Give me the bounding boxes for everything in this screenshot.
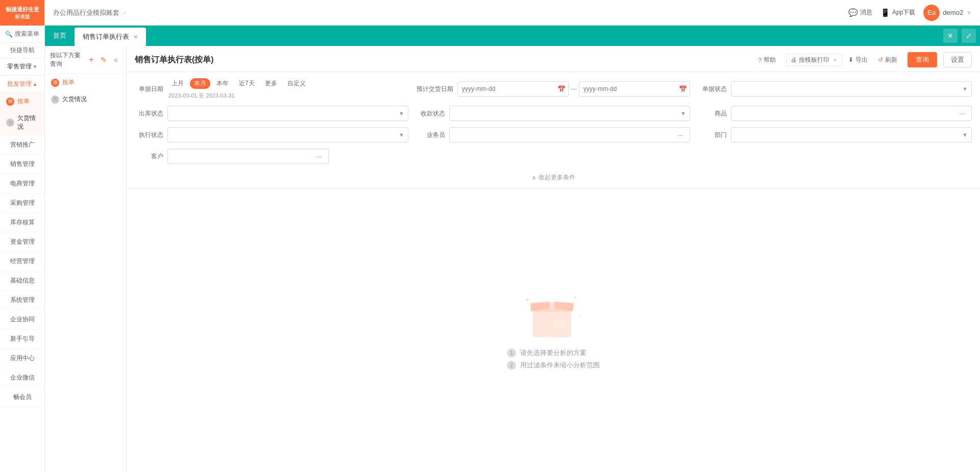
username: demo2: [943, 9, 963, 16]
anpiao-label: 按单: [17, 97, 30, 106]
member-label: 畅会员: [13, 393, 32, 402]
anpiao-dot: 按: [6, 98, 14, 106]
sidebar-item-enterprise[interactable]: 企业协同: [0, 310, 44, 329]
forecast-date-start[interactable]: [457, 81, 569, 97]
collapse-panel-btn[interactable]: «: [111, 55, 121, 65]
refresh-label: 刷新: [885, 56, 897, 64]
collapse-row: ∧ 收起更多条件: [135, 170, 972, 182]
sidebar-item-system[interactable]: 系统管理: [0, 291, 44, 310]
tab-close-btn[interactable]: ✕: [133, 34, 138, 40]
sidebar-item-member[interactable]: 畅会员: [0, 388, 44, 407]
goods-input-wrapper: ···: [731, 106, 972, 121]
sidebar-item-wechat[interactable]: 企业微信: [0, 368, 44, 388]
tab-fullscreen-btn[interactable]: ⤢: [962, 29, 976, 43]
salesperson-input[interactable]: [454, 131, 675, 138]
collapse-btn[interactable]: ∧ 收起更多条件: [532, 173, 575, 182]
salesperson-more-btn[interactable]: ···: [675, 131, 685, 139]
tab-sales-execution[interactable]: 销售订单执行表 ✕: [75, 28, 146, 46]
topbar-left: 办公用品行业模拟账套 ›: [53, 8, 126, 17]
left-panel-actions: + ✎ «: [86, 55, 121, 65]
sidebar-item-ecommerce[interactable]: 电商管理: [0, 174, 44, 194]
right-panel: 销售订单执行表(按单) ? 帮助 🖨 按模板打印 ▼ ⬇ 导出: [127, 46, 980, 472]
exec-status-select-wrapper: ▼: [167, 127, 408, 143]
newbie-label: 新手引导: [10, 335, 35, 343]
scheme-qufa[interactable]: 欠 欠货情况: [45, 91, 126, 108]
hint-text-1: 请先选择要分析的方案: [520, 348, 586, 358]
help-btn[interactable]: ? 帮助: [754, 54, 780, 66]
search-btn[interactable]: 查询: [908, 52, 937, 67]
sidebar-item-marketing[interactable]: 营销推广: [0, 135, 44, 155]
industry-name: 办公用品行业模拟账套: [53, 8, 119, 17]
sidebar-item-sales[interactable]: 销售管理: [0, 155, 44, 174]
print-btn[interactable]: 🖨 按模板打印 ▼: [786, 54, 842, 66]
edit-scheme-btn[interactable]: ✎: [99, 55, 109, 65]
export-btn[interactable]: ⬇ 导出: [848, 56, 868, 64]
tab-close-all-btn[interactable]: ✕: [943, 29, 958, 43]
sidebar-item-purchase[interactable]: 采购管理: [0, 194, 44, 213]
wholesale-arrow: ▲: [33, 81, 38, 87]
apps-label: 应用中心: [10, 354, 35, 363]
user-avatar: Ea: [923, 5, 940, 21]
date-tab-thismonth[interactable]: 本月: [190, 78, 210, 89]
customer-more-btn[interactable]: ···: [314, 152, 324, 160]
sidebar-sub-qufa[interactable]: 欠 欠货情况: [0, 110, 44, 135]
filter-group-doc-status: 单据状态 ▼: [698, 81, 972, 97]
search-label: 搜索菜单: [15, 30, 39, 38]
date-tab-custom[interactable]: 自定义: [283, 78, 310, 89]
forecast-date-end[interactable]: [579, 81, 690, 97]
date-label: 单据日期: [135, 85, 163, 93]
sidebar-item-inventory[interactable]: 库存核算: [0, 213, 44, 232]
help-label: 帮助: [764, 56, 776, 64]
date-tab-thisyear[interactable]: 本年: [212, 78, 233, 89]
sidebar-item-finance[interactable]: 资金管理: [0, 232, 44, 252]
svg-text:✦: ✦: [525, 297, 529, 302]
sidebar-item-basics[interactable]: 基础信息: [0, 271, 44, 291]
date-tab-7days[interactable]: 近7天: [235, 78, 259, 89]
sidebar-item-retail[interactable]: 零售管理 ▼: [0, 58, 44, 76]
forecast-date-range: 📅 — 📅: [457, 81, 690, 97]
date-tab-lastmonth[interactable]: 上月: [167, 78, 188, 89]
doc-status-select-wrapper: ▼: [731, 81, 972, 97]
retail-arrow: ▼: [33, 64, 38, 69]
sidebar-item-wholesale[interactable]: 批发管理 ▲: [0, 76, 44, 93]
logo: 畅捷通好生意 标准版: [0, 0, 45, 26]
sidebar-item-newbie[interactable]: 新手引导: [0, 329, 44, 349]
filter-group-customer: 客户 ···: [135, 149, 329, 164]
sidebar-search[interactable]: 🔍 搜索菜单: [0, 26, 44, 43]
receive-status-select[interactable]: [449, 106, 690, 121]
sidebar-sub-anpiao[interactable]: 按 按单: [0, 93, 44, 110]
topbar-divider: ›: [124, 9, 126, 16]
inventory-label: 库存核算: [10, 218, 35, 227]
sidebar-quick-nav[interactable]: 快捷导航: [0, 43, 44, 58]
doc-status-select[interactable]: [731, 81, 972, 97]
collapse-icon: ∧: [532, 174, 536, 181]
refresh-btn[interactable]: ↺ 刷新: [874, 54, 901, 66]
dept-select[interactable]: [731, 127, 972, 143]
date-tab-more[interactable]: 更多: [261, 78, 281, 89]
salesperson-input-wrapper: ···: [449, 127, 690, 143]
scheme-anpiao[interactable]: 按 按单: [45, 74, 126, 91]
main-area: 办公用品行业模拟账套 › 💬 消息 📱 App下载 Ea demo2 ▼ 首: [45, 0, 980, 472]
sidebar-item-apps[interactable]: 应用中心: [0, 349, 44, 368]
forecast-date-end-wrapper: 📅: [579, 81, 690, 97]
out-status-select[interactable]: [167, 106, 408, 121]
goods-more-btn[interactable]: ···: [957, 109, 967, 117]
add-scheme-btn[interactable]: +: [86, 55, 96, 65]
dept-label: 部门: [698, 131, 727, 139]
goods-input[interactable]: [736, 110, 957, 117]
tab-home[interactable]: 首页: [45, 26, 75, 46]
sidebar-item-operations[interactable]: 经营管理: [0, 252, 44, 271]
empty-hints: 1 请先选择要分析的方案 2 用过滤条件来缩小分析范围: [507, 348, 600, 370]
settings-btn[interactable]: 设置: [943, 52, 972, 67]
print-label: 按模板打印: [799, 56, 829, 64]
user-menu[interactable]: Ea demo2 ▼: [923, 5, 972, 21]
app-label: App下载: [892, 8, 915, 17]
sidebar-sub-items: 按 按单 欠 欠货情况: [0, 93, 44, 135]
finance-label: 资金管理: [10, 238, 35, 246]
user-dropdown-icon: ▼: [966, 10, 972, 16]
app-download-btn[interactable]: 📱 App下载: [880, 8, 915, 17]
exec-status-select[interactable]: [167, 127, 408, 143]
empty-illustration: ✦ ✦ ✦: [523, 291, 584, 342]
customer-input[interactable]: [172, 153, 314, 160]
message-btn[interactable]: 💬 消息: [848, 8, 872, 17]
